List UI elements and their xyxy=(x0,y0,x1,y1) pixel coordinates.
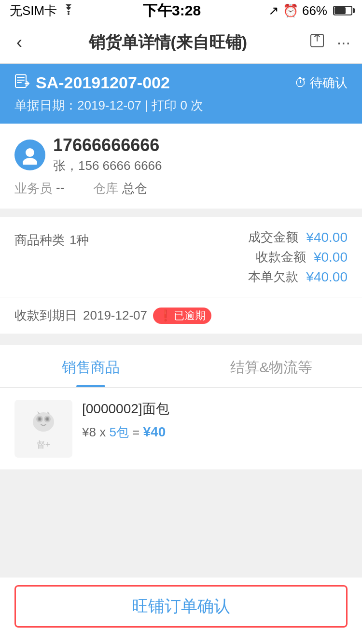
tab-settlement[interactable]: 结算&物流等 xyxy=(181,345,362,387)
owed-amount-row: 本单欠款 ¥40.00 xyxy=(248,268,348,285)
order-header-banner: SA-20191207-002 ⏱ 待确认 单据日期：2019-12-07 | … xyxy=(0,64,362,124)
product-price: ¥8 x xyxy=(82,425,109,439)
share-icon[interactable] xyxy=(309,32,325,53)
due-date-section: 收款到期日 2019-12-07 ❗ 已逾期 xyxy=(0,297,362,337)
transaction-value: ¥40.00 xyxy=(306,230,348,245)
wifi-icon xyxy=(62,3,75,18)
page-title: 销货单详情(来自旺铺) xyxy=(27,31,309,54)
product-price-row: ¥8 x 5包 = ¥40 xyxy=(82,424,348,441)
svg-rect-2 xyxy=(15,75,26,87)
location-icon: ↗ xyxy=(268,3,279,18)
warehouse-label: 仓库 xyxy=(93,180,118,197)
confirm-order-button[interactable]: 旺铺订单确认 xyxy=(14,585,348,628)
battery-text: 66% xyxy=(302,3,327,18)
svg-point-5 xyxy=(33,412,54,432)
svg-point-0 xyxy=(68,13,70,15)
product-types-value: 1种 xyxy=(70,232,89,249)
carrier-text: 无SIM卡 xyxy=(10,2,57,19)
product-equals: = xyxy=(129,425,143,439)
status-right: ↗ ⏰ 66% xyxy=(268,3,352,18)
tabs-section: 销售商品 结算&物流等 xyxy=(0,345,362,388)
time-display: 下午3:28 xyxy=(143,1,201,21)
overdue-badge: ❗ 已逾期 xyxy=(153,308,211,324)
product-total: ¥40 xyxy=(143,424,166,439)
svg-point-4 xyxy=(23,158,37,165)
product-section: 督+ [0000002]面包 ¥8 x 5包 = ¥40 xyxy=(0,388,362,470)
salesperson-item: 业务员 -- xyxy=(14,180,64,197)
product-logo-text: 督+ xyxy=(29,439,58,450)
amounts-section: 商品种类 1种 成交金额 ¥40.00 收款金额 ¥0.00 本单欠款 ¥40.… xyxy=(0,217,362,297)
due-date-label: 收款到期日 xyxy=(14,307,77,324)
customer-name: 张，156 6666 6666 xyxy=(53,157,162,174)
order-date: 单据日期：2019-12-07 | 打印 0 次 xyxy=(14,97,348,114)
order-id: SA-20191207-002 xyxy=(14,73,170,92)
product-types: 商品种类 1种 xyxy=(14,229,89,249)
salesperson-label: 业务员 xyxy=(14,180,52,197)
due-date-value: 2019-12-07 xyxy=(83,308,147,323)
product-name: [0000002]面包 xyxy=(82,400,348,418)
order-doc-icon xyxy=(14,73,31,92)
divider-2 xyxy=(0,337,362,345)
nav-bar: ‹ 销货单详情(来自旺铺) ··· xyxy=(0,21,362,64)
product-types-label: 商品种类 xyxy=(14,232,65,249)
warehouse-item: 仓库 总仓 xyxy=(93,180,147,197)
transaction-amount-row: 成交金额 ¥40.00 xyxy=(248,229,348,246)
status-left: 无SIM卡 xyxy=(10,2,75,19)
tab-products[interactable]: 销售商品 xyxy=(0,345,181,387)
svg-point-3 xyxy=(26,148,34,157)
order-status-badge: ⏱ 待确认 xyxy=(294,74,348,91)
customer-section: 17666666666 张，156 6666 6666 业务员 -- 仓库 总仓 xyxy=(0,124,362,209)
divider-1 xyxy=(0,209,362,217)
svg-point-10 xyxy=(39,418,41,420)
overdue-text: 已逾期 xyxy=(174,308,206,323)
product-info: [0000002]面包 ¥8 x 5包 = ¥40 xyxy=(82,400,348,441)
customer-phone: 17666666666 xyxy=(53,135,162,155)
avatar xyxy=(14,140,45,170)
product-thumbnail: 督+ xyxy=(14,400,72,458)
amounts-right: 成交金额 ¥40.00 收款金额 ¥0.00 本单欠款 ¥40.00 xyxy=(248,229,348,285)
received-amount-row: 收款金额 ¥0.00 xyxy=(256,249,348,266)
received-value: ¥0.00 xyxy=(314,250,348,265)
warehouse-value: 总仓 xyxy=(122,180,147,197)
nav-actions: ··· xyxy=(309,32,350,53)
transaction-label: 成交金额 xyxy=(248,229,298,246)
clock-icon: ⏱ xyxy=(294,75,307,90)
customer-meta: 业务员 -- 仓库 总仓 xyxy=(14,180,348,197)
more-icon[interactable]: ··· xyxy=(337,33,350,52)
back-button[interactable]: ‹ xyxy=(12,28,27,57)
status-bar: 无SIM卡 下午3:28 ↗ ⏰ 66% xyxy=(0,0,362,21)
product-qty: 5包 xyxy=(109,425,128,439)
product-item: 督+ [0000002]面包 ¥8 x 5包 = ¥40 xyxy=(0,388,362,470)
battery-icon xyxy=(333,6,352,15)
salesperson-value: -- xyxy=(56,180,64,197)
received-label: 收款金额 xyxy=(256,249,306,266)
owed-label: 本单欠款 xyxy=(248,268,298,285)
bottom-area: 旺铺订单确认 xyxy=(0,577,362,644)
product-logo-owl xyxy=(29,407,58,437)
alarm-icon: ⏰ xyxy=(283,3,298,18)
warning-icon: ❗ xyxy=(159,309,172,322)
owed-value: ¥40.00 xyxy=(306,269,348,285)
svg-point-11 xyxy=(46,418,48,420)
